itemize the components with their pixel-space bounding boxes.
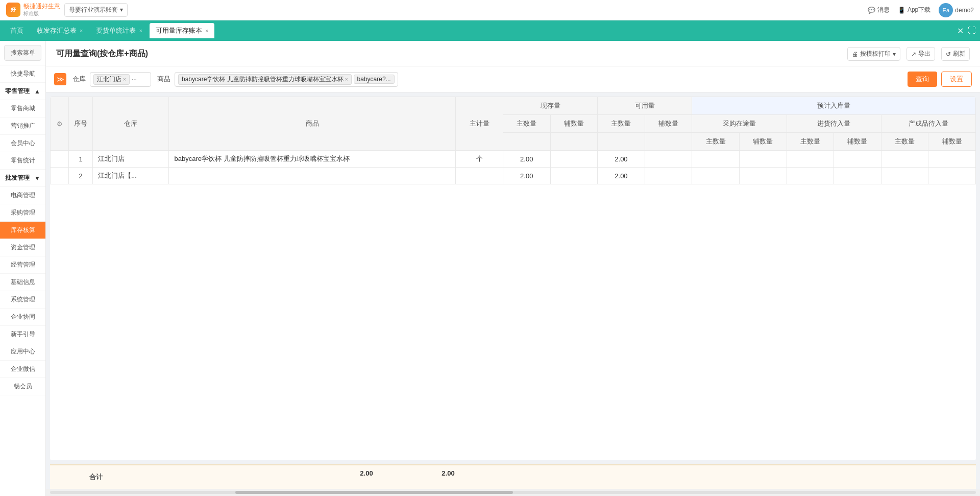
sidebar-item-inventory-check[interactable]: 库存核算 bbox=[0, 222, 45, 239]
cell-product-1 bbox=[169, 168, 456, 184]
th-product: 商品 bbox=[169, 97, 456, 151]
tab-available-stock-label: 可用量库存账本 bbox=[156, 26, 202, 35]
scroll-track bbox=[50, 491, 976, 494]
sidebar-item-retail-mall[interactable]: 零售商城 bbox=[0, 100, 45, 117]
export-button[interactable]: ↗ 导出 bbox=[906, 47, 935, 61]
sidebar-item-shortcut[interactable]: 快捷导航 bbox=[0, 65, 45, 83]
table-row: 2 江北门店【... 2.00 2.00 bbox=[51, 168, 976, 184]
app-download-button[interactable]: 📱 App下载 bbox=[898, 6, 930, 14]
th-purchase-in-transit-group: 采购在途量 bbox=[692, 115, 787, 133]
sidebar-item-ecommerce-mgmt[interactable]: 电商管理 bbox=[0, 187, 45, 204]
product-tag-2[interactable]: babycare?... bbox=[354, 75, 395, 84]
sidebar-item-retail-stats[interactable]: 零售统计 bbox=[0, 152, 45, 170]
cell-inc-main-1 bbox=[787, 168, 834, 184]
scroll-bar-area bbox=[46, 489, 980, 496]
print-icon: 🖨 bbox=[852, 51, 858, 58]
th-warehouse: 仓库 bbox=[93, 97, 169, 151]
query-button[interactable]: 查询 bbox=[908, 72, 937, 87]
refresh-label: 刷新 bbox=[953, 50, 965, 58]
export-icon: ↗ bbox=[911, 51, 916, 58]
warehouse-tag-container[interactable]: 江北门店 × ··· bbox=[90, 72, 151, 87]
sidebar-item-new-guide[interactable]: 新手引导 bbox=[0, 326, 45, 343]
cell-prod-main-0 bbox=[881, 151, 928, 168]
tab-receipt-summary-close[interactable]: × bbox=[80, 28, 83, 34]
sidebar-item-enterprise-collab[interactable]: 企业协同 bbox=[0, 309, 45, 326]
th-cur-aux2 bbox=[550, 133, 598, 151]
table-row: 1 江北门店 babycare学饮杯 儿童防摔防撞吸管杯重力球吸嘴杯宝宝水杯 个… bbox=[51, 151, 976, 168]
th-available-qty-group: 可用量 bbox=[598, 97, 692, 115]
tab-order-stats-close[interactable]: × bbox=[139, 28, 142, 34]
warehouse-tag-1-close[interactable]: × bbox=[123, 77, 126, 82]
sidebar-item-app-center[interactable]: 应用中心 bbox=[0, 343, 45, 361]
th-settings[interactable]: ⚙ bbox=[51, 97, 69, 151]
product-tag-1[interactable]: babycare学饮杯 儿童防摔防撞吸管杯重力球吸嘴杯宝宝水杯 × bbox=[178, 74, 352, 85]
th-inc-main: 主数量 bbox=[787, 133, 834, 151]
table-body: 1 江北门店 babycare学饮杯 儿童防摔防撞吸管杯重力球吸嘴杯宝宝水杯 个… bbox=[51, 151, 976, 184]
sidebar-item-retail-mgmt[interactable]: 零售管理 ▲ bbox=[0, 83, 45, 100]
cell-inc-main-0 bbox=[787, 151, 834, 168]
th-unit: 主计量 bbox=[456, 97, 503, 151]
user-avatar-area[interactable]: Ea demo2 bbox=[939, 3, 974, 17]
th-current-main: 主数量 bbox=[503, 115, 550, 133]
tab-bar: 首页 收发存汇总表 × 要货单统计表 × 可用量库存账本 × ✕ ⛶ bbox=[0, 20, 980, 41]
avatar-initials: Ea bbox=[943, 7, 949, 13]
cell-settings-0 bbox=[51, 151, 69, 168]
chevron-print-icon: ▾ bbox=[893, 51, 896, 58]
th-current-stock-group: 现存量 bbox=[503, 97, 597, 115]
sidebar-item-wholesale-mgmt[interactable]: 批发管理 ▼ bbox=[0, 170, 45, 187]
refresh-button[interactable]: ↺ 刷新 bbox=[941, 47, 970, 61]
tab-available-stock[interactable]: 可用量库存账本 × bbox=[150, 23, 214, 38]
filter-toggle-button[interactable]: ≫ bbox=[54, 73, 66, 85]
cell-unit-1 bbox=[456, 168, 503, 184]
tab-available-stock-close[interactable]: × bbox=[205, 28, 208, 34]
th-prod-main: 主数量 bbox=[881, 133, 928, 151]
cell-av-main-0: 2.00 bbox=[598, 151, 645, 168]
search-menu-button[interactable]: 搜索菜单 bbox=[4, 45, 41, 61]
sidebar-item-member-center[interactable]: 会员中心 bbox=[0, 135, 45, 152]
product-tag-1-text: babycare学饮杯 儿童防摔防撞吸管杯重力球吸嘴杯宝宝水杯 bbox=[182, 75, 344, 84]
sidebar-item-system-mgmt[interactable]: 系统管理 bbox=[0, 291, 45, 309]
sidebar-item-basic-info[interactable]: 基础信息 bbox=[0, 274, 45, 291]
tab-home[interactable]: 首页 bbox=[4, 23, 30, 38]
th-inc-aux: 辅数量 bbox=[834, 133, 881, 151]
chevron-icon: ▲ bbox=[34, 88, 40, 95]
footer-inner: 合计 2.00 2.00 bbox=[50, 469, 976, 485]
message-button[interactable]: 💬 消息 bbox=[868, 6, 890, 14]
cell-no-0: 1 bbox=[69, 151, 93, 168]
sidebar-item-marketing[interactable]: 营销推广 bbox=[0, 117, 45, 135]
print-button[interactable]: 🖨 按模板打印 ▾ bbox=[847, 47, 900, 61]
sidebar-item-ops-mgmt[interactable]: 经营管理 bbox=[0, 256, 45, 274]
chevron-icon-2: ▼ bbox=[34, 175, 40, 182]
cell-unit-0: 个 bbox=[456, 151, 503, 168]
cell-pur-aux-1 bbox=[739, 168, 787, 184]
settings-icon: ⚙ bbox=[57, 120, 63, 128]
content-area: 可用量查询(按仓库+商品) 🖨 按模板打印 ▾ ↗ 导出 ↺ 刷新 bbox=[46, 41, 980, 496]
settings-button[interactable]: 设置 bbox=[941, 72, 972, 87]
cell-cur-main-0: 2.00 bbox=[503, 151, 550, 168]
scroll-thumb[interactable] bbox=[235, 491, 513, 494]
cell-av-main-1: 2.00 bbox=[598, 168, 645, 184]
th-prod-aux: 辅数量 bbox=[928, 133, 976, 151]
footer-current-aux-spacer bbox=[387, 469, 428, 485]
data-table: ⚙ 序号 仓库 商品 主计量 现存量 可用量 预计入库量 主数量 辅数量 主数量 bbox=[50, 97, 976, 184]
cell-warehouse-0: 江北门店 bbox=[93, 151, 169, 168]
product-tag-container[interactable]: babycare学饮杯 儿童防摔防撞吸管杯重力球吸嘴杯宝宝水杯 × babyca… bbox=[175, 72, 398, 87]
sidebar-item-vip-member[interactable]: 畅会员 bbox=[0, 378, 45, 395]
app-logo-sub: 标准版 bbox=[23, 10, 60, 17]
product-tag-1-close[interactable]: × bbox=[345, 77, 348, 82]
cell-settings-1 bbox=[51, 168, 69, 184]
th-avail-aux: 辅数量 bbox=[645, 115, 692, 133]
tab-home-label: 首页 bbox=[10, 26, 23, 35]
tab-receipt-summary[interactable]: 收发存汇总表 × bbox=[31, 23, 89, 38]
sidebar-item-finance-mgmt[interactable]: 资金管理 bbox=[0, 239, 45, 256]
tab-order-stats[interactable]: 要货单统计表 × bbox=[90, 23, 148, 38]
warehouse-tag-1[interactable]: 江北门店 × bbox=[93, 74, 130, 85]
sidebar-item-purchase-mgmt[interactable]: 采购管理 bbox=[0, 204, 45, 222]
tab-close-all-icon[interactable]: ✕ bbox=[957, 26, 964, 36]
tenant-selector[interactable]: 母婴行业演示账套 ▾ bbox=[64, 3, 128, 17]
page-header: 可用量查询(按仓库+商品) 🖨 按模板打印 ▾ ↗ 导出 ↺ 刷新 bbox=[46, 41, 980, 66]
sidebar-item-enterprise-wechat[interactable]: 企业微信 bbox=[0, 361, 45, 378]
filter-area: ≫ 仓库 江北门店 × ··· 商品 babycare学饮杯 儿童防摔防撞吸管杯… bbox=[46, 66, 980, 92]
warehouse-more-icon[interactable]: ··· bbox=[132, 76, 137, 83]
tab-fullscreen-icon[interactable]: ⛶ bbox=[968, 26, 976, 35]
